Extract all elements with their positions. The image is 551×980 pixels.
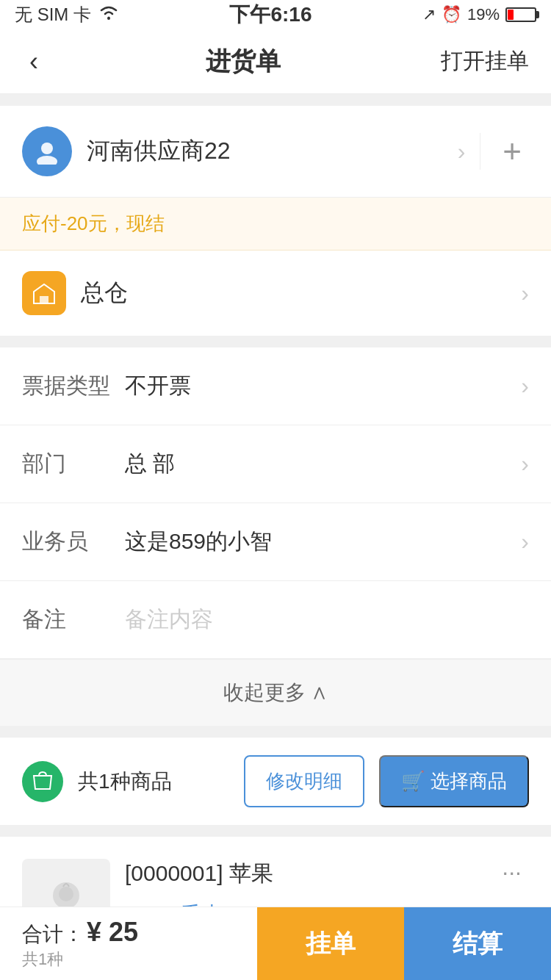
salesman-chevron-icon: › — [521, 528, 529, 555]
open-hang-button[interactable]: 打开挂单 — [441, 46, 529, 76]
warehouse-icon — [22, 271, 66, 315]
status-time: 下午6:16 — [229, 1, 311, 29]
total-amount: ¥ 25 — [87, 917, 138, 948]
checkout-button[interactable]: 结算 — [404, 907, 551, 980]
svg-point-1 — [41, 143, 53, 154]
ticket-type-row[interactable]: 票据类型 不开票 › — [0, 347, 551, 425]
notice-text: 应付-20元，现结 — [22, 212, 165, 234]
remark-label: 备注 — [22, 605, 125, 635]
location-icon: ↗ — [422, 5, 436, 24]
collapse-button[interactable]: 收起更多 ∧ — [0, 659, 551, 726]
product-code: [0000001] — [125, 861, 229, 885]
battery-label: 19% — [467, 5, 500, 24]
alarm-icon: ⏰ — [442, 5, 461, 24]
add-button[interactable]: + — [495, 133, 529, 170]
wifi-icon — [98, 4, 119, 25]
salesman-value: 这是859的小智 — [125, 527, 521, 557]
form-card: 票据类型 不开票 › 部门 总 部 › 业务员 这是859的小智 › 备注 备注… — [0, 347, 551, 726]
select-product-button[interactable]: 🛒 选择商品 — [379, 755, 529, 807]
department-value: 总 部 — [125, 449, 521, 479]
svg-point-5 — [59, 887, 73, 901]
divider — [480, 133, 480, 170]
hang-button[interactable]: 挂单 — [257, 907, 404, 980]
total-count: 共1种 — [22, 948, 235, 970]
department-row[interactable]: 部门 总 部 › — [0, 425, 551, 503]
warehouse-chevron-icon: › — [521, 280, 529, 307]
ticket-type-value: 不开票 — [125, 371, 521, 401]
product-header: 共1种商品 修改明细 🛒 选择商品 — [0, 738, 551, 825]
product-count: 共1种商品 — [78, 768, 229, 796]
product-more-button[interactable]: ··· — [494, 859, 529, 886]
ticket-type-label: 票据类型 — [22, 371, 125, 401]
warehouse-card: 总仓 › — [0, 251, 551, 336]
supplier-avatar — [22, 126, 72, 176]
total-label: 合计： — [22, 920, 84, 948]
bottom-bar: 合计： ¥ 25 共1种 挂单 结算 — [0, 907, 551, 980]
supplier-row[interactable]: 河南供应商22 › + — [0, 106, 551, 198]
svg-point-0 — [107, 17, 110, 20]
warehouse-name: 总仓 — [81, 277, 521, 309]
battery-icon — [505, 7, 536, 22]
notice-bar: 应付-20元，现结 — [0, 198, 551, 251]
product-name: [0000001] 苹果 — [125, 859, 480, 889]
supplier-chevron-icon: › — [458, 138, 466, 165]
svg-point-2 — [37, 156, 57, 165]
status-right-area: ↗ ⏰ 19% — [422, 5, 536, 24]
salesman-label: 业务员 — [22, 527, 125, 557]
supplier-card: 河南供应商22 › + 应付-20元，现结 — [0, 106, 551, 251]
select-product-icon: 🛒 — [401, 770, 425, 793]
remark-row[interactable]: 备注 备注内容 — [0, 581, 551, 659]
product-header-card: 共1种商品 修改明细 🛒 选择商品 — [0, 738, 551, 825]
back-button[interactable]: ‹ — [22, 39, 46, 84]
department-label: 部门 — [22, 449, 125, 479]
nav-bar: ‹ 进货单 打开挂单 — [0, 29, 551, 94]
ticket-type-chevron-icon: › — [521, 372, 529, 400]
edit-detail-button[interactable]: 修改明细 — [244, 755, 364, 807]
select-product-label: 选择商品 — [431, 768, 507, 794]
status-bar: 无 SIM 卡 下午6:16 ↗ ⏰ 19% — [0, 0, 551, 29]
product-icon — [22, 761, 63, 802]
svg-rect-3 — [40, 296, 48, 303]
carrier-label: 无 SIM 卡 — [15, 3, 91, 26]
product-title: 苹果 — [229, 861, 273, 885]
department-chevron-icon: › — [521, 450, 529, 478]
page-title: 进货单 — [206, 45, 281, 79]
salesman-row[interactable]: 业务员 这是859的小智 › — [0, 503, 551, 581]
warehouse-row[interactable]: 总仓 › — [0, 251, 551, 336]
status-carrier-area: 无 SIM 卡 — [15, 3, 119, 26]
remark-input[interactable]: 备注内容 — [125, 605, 529, 635]
total-section: 合计： ¥ 25 共1种 — [0, 907, 257, 980]
supplier-name: 河南供应商22 — [87, 135, 458, 167]
